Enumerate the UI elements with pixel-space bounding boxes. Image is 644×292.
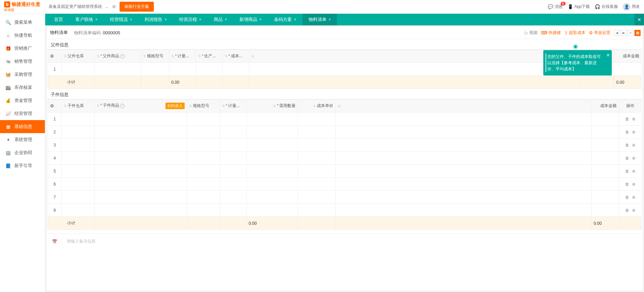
row-index: 1: [48, 63, 62, 76]
scan-input-button[interactable]: 扫码录入: [165, 103, 185, 109]
col-child-wh[interactable]: ⇅子件仓库: [62, 100, 95, 113]
child-row[interactable]: 8🗑⊕: [48, 204, 642, 217]
col-child-goods[interactable]: ⇅*子件商品?扫码录入: [95, 100, 187, 113]
tab-close-icon[interactable]: ×: [199, 17, 201, 22]
customer-service-button[interactable]: 🎧 在线客服: [595, 4, 618, 10]
col-parent-spec[interactable]: ⇅规格型号: [141, 50, 169, 63]
tab-close-icon[interactable]: ×: [95, 17, 98, 22]
sidebar-item-1[interactable]: ⌂快捷导航: [0, 29, 45, 42]
tab-4[interactable]: 经营历程×: [173, 14, 208, 25]
col-parent-prod[interactable]: ⇅*生产...: [196, 50, 223, 63]
system-selector[interactable]: 装备及固定资产辅助管理系统 ⌄: [49, 4, 109, 10]
tab-5[interactable]: 商品×: [208, 14, 233, 25]
pager-next-button[interactable]: ▶: [621, 30, 627, 36]
settings-icon: ⚙: [589, 30, 593, 35]
row-delete-icon[interactable]: 🗑: [625, 182, 629, 187]
gear-column[interactable]: ⚙: [48, 100, 62, 113]
row-add-icon[interactable]: ⊕: [632, 182, 635, 187]
calendar-icon[interactable]: 📅: [52, 237, 62, 246]
tab-3[interactable]: 利润报告×: [138, 14, 173, 25]
pager: ◀ ▶ ≡ ▦: [614, 30, 641, 36]
child-row[interactable]: 5🗑⊕: [48, 165, 642, 178]
row-add-icon[interactable]: ⊕: [632, 143, 635, 148]
nav-label: 新手引导: [14, 163, 32, 169]
remark-placeholder[interactable]: 请输入备注信息: [67, 238, 96, 244]
sidebar-item-5[interactable]: 🏬库存核算: [0, 81, 45, 94]
app-download-button[interactable]: 📱 App下载: [568, 4, 590, 10]
sidebar-item-9[interactable]: ✴系统管理: [0, 133, 45, 146]
row-add-icon[interactable]: ⊕: [632, 169, 635, 174]
row-add-icon[interactable]: ⊕: [632, 208, 635, 213]
row-delete-icon[interactable]: 🗑: [625, 208, 629, 213]
subtab-title[interactable]: 物料清单: [50, 30, 68, 36]
row-add-icon[interactable]: ⊕: [632, 117, 635, 121]
close-all-tabs-button[interactable]: ✕: [634, 14, 644, 25]
sidebar-item-3[interactable]: 🛍销售管理: [0, 55, 45, 68]
gear-column[interactable]: ⚙: [48, 50, 62, 63]
tab-2[interactable]: 经营情况×: [104, 14, 138, 25]
child-row[interactable]: 7🗑⊕: [48, 191, 642, 204]
sidebar-item-2[interactable]: 🎁营销推广: [0, 42, 45, 55]
col-child-spec[interactable]: ⇅规格型号: [187, 100, 220, 113]
child-row[interactable]: 6🗑⊕: [48, 178, 642, 191]
col-parent-cost[interactable]: ⇅*成本...: [223, 50, 249, 63]
tooltip-close-button[interactable]: ✕: [606, 52, 610, 58]
tab-close-icon[interactable]: ×: [130, 17, 132, 22]
col-child-price[interactable]: ⇅成本单价: [298, 100, 336, 113]
row-delete-icon[interactable]: 🗑: [625, 143, 629, 148]
row-add-icon[interactable]: ⊕: [632, 156, 635, 161]
view-grid-button[interactable]: ▦: [634, 30, 641, 36]
sidebar-item-6[interactable]: 💰资金管理: [0, 94, 45, 107]
tab-8[interactable]: 物料清单×: [302, 14, 337, 25]
video-link[interactable]: ▷视频: [525, 30, 537, 36]
row-delete-icon[interactable]: 🗑: [625, 156, 629, 161]
row-delete-icon[interactable]: 🗑: [625, 195, 629, 200]
row-add-icon[interactable]: ⊕: [632, 195, 635, 200]
sidebar-item-7[interactable]: 📈经营管理: [0, 107, 45, 120]
row-add-icon[interactable]: ⊕: [632, 130, 635, 135]
child-row[interactable]: 4🗑⊕: [48, 152, 642, 165]
sidebar-item-10[interactable]: 🏢企业协同: [0, 146, 45, 159]
col-child-unit[interactable]: ⇅*计量...: [220, 100, 247, 113]
nav-icon: 🏢: [5, 150, 11, 155]
help-icon[interactable]: ?: [120, 54, 125, 59]
child-row[interactable]: 2🗑⊕: [48, 126, 642, 139]
row-delete-icon[interactable]: 🗑: [625, 117, 629, 121]
tab-1[interactable]: 客户联络×: [69, 14, 104, 25]
tab-close-icon[interactable]: ×: [294, 17, 296, 22]
tab-label: 首页: [54, 16, 63, 23]
child-row[interactable]: 1🗑⊕: [48, 113, 642, 126]
gear-icon[interactable]: ⚙: [112, 4, 116, 9]
tab-label: 经营历程: [179, 16, 197, 23]
sidebar-item-0[interactable]: 🔍搜索菜单: [0, 16, 45, 29]
tab-close-icon[interactable]: ×: [164, 17, 167, 22]
messages-button[interactable]: 💬 消息 6: [548, 4, 563, 10]
row-delete-icon[interactable]: 🗑: [625, 169, 629, 174]
tab-0[interactable]: 首页: [48, 14, 69, 25]
doc-settings-link[interactable]: ⚙单据设置: [589, 30, 610, 36]
tab-7[interactable]: 条码方案×: [268, 14, 302, 25]
nav-label: 系统管理: [14, 137, 32, 143]
sidebar-item-11[interactable]: 📘新手引导: [0, 159, 45, 172]
extract-cost-link[interactable]: ⇪提取成本: [564, 30, 585, 36]
tab-6[interactable]: 新增商品×: [233, 14, 268, 25]
col-parent-goods[interactable]: ⇅*父件商品?: [95, 50, 141, 63]
tab-close-icon[interactable]: ×: [259, 17, 262, 22]
user-menu[interactable]: 👤 用友: [623, 3, 640, 11]
col-parent-wh[interactable]: ⇅父件仓库: [62, 50, 95, 63]
col-child-amount[interactable]: 成本金额: [592, 100, 619, 113]
pager-prev-button[interactable]: ◀: [614, 30, 620, 36]
help-icon[interactable]: ?: [120, 104, 125, 108]
row-delete-icon[interactable]: 🗑: [625, 130, 629, 135]
sidebar-item-8[interactable]: ▦基础信息: [0, 120, 45, 133]
tab-close-icon[interactable]: ×: [329, 17, 331, 22]
col-parent-unit[interactable]: ⇅*计量...: [169, 50, 196, 63]
child-row[interactable]: 3🗑⊕: [48, 139, 642, 152]
shortcut-link[interactable]: ⌨快捷键: [541, 30, 561, 36]
tab-close-icon[interactable]: ×: [225, 17, 227, 22]
view-list-button[interactable]: ≡: [628, 30, 634, 36]
trial-button[interactable]: 体验行业方案: [120, 2, 154, 12]
col-child-qty[interactable]: ⇅*需用数量: [247, 100, 298, 113]
col-parent-amount[interactable]: 成本金额: [614, 50, 642, 63]
sidebar-item-4[interactable]: 🧺采购管理: [0, 68, 45, 81]
